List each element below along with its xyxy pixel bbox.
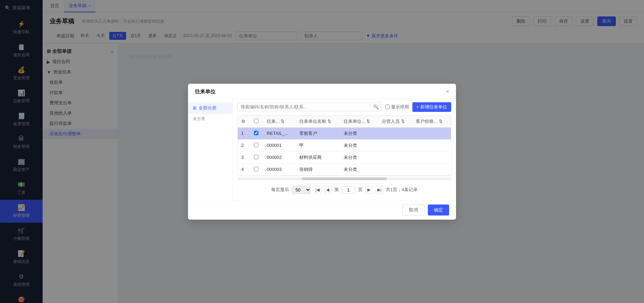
row-category: 未分类 [340, 127, 379, 139]
dialog-header: 往来单位 × [188, 84, 456, 99]
row-name: 材料供应商 [296, 151, 340, 163]
row-price [412, 139, 451, 151]
col-checkbox[interactable] [251, 116, 264, 128]
row-checkbox[interactable] [251, 127, 264, 139]
table-row[interactable]: 4 000003 张销得 未分类 [238, 163, 451, 175]
dialog-title: 往来单位 [195, 89, 215, 95]
row-category: 未分类 [340, 151, 379, 163]
next-page-btn[interactable]: ▶ [365, 186, 373, 194]
row-no: 3 [238, 151, 251, 163]
col-settings[interactable]: ⚙ [238, 116, 251, 128]
dialog-sidebar-all[interactable]: ⊞ 全部分类 [188, 102, 232, 114]
page-size-label: 每页显示 [271, 187, 289, 193]
row-checkbox[interactable] [251, 139, 264, 151]
dialog-table: ⚙ 往来... ⇅ 往来单位名称 ⇅ 往来单位... ⇅ 分管人员 ⇅ 客户价格… [237, 115, 451, 176]
row-manager [378, 127, 412, 139]
row-price [412, 151, 451, 163]
scrollbar-thumb[interactable] [302, 177, 387, 180]
search-icon: 🔍 [373, 104, 379, 109]
dialog-sidebar: ⊞ 全部分类 未分类 [188, 99, 233, 200]
dialog-actions: 取消 确定 [188, 200, 456, 220]
col-name[interactable]: 往来单位名称 ⇅ [296, 116, 340, 128]
page-label-before: 第 [334, 187, 339, 193]
table-row[interactable]: 1 RETAIL_... 零散客户 未分类 [238, 127, 451, 139]
dialog-partner-unit: 往来单位 × ⊞ 全部分类 未分类 🔍 [188, 84, 456, 220]
row-name: 张销得 [296, 163, 340, 175]
category-icon: ⊞ [193, 105, 197, 110]
page-label-after: 页 [358, 187, 363, 193]
select-all-checkbox[interactable] [254, 119, 258, 123]
row-checkbox[interactable] [251, 163, 264, 175]
col-code[interactable]: 往来... ⇅ [263, 116, 296, 128]
table-row[interactable]: 2 000001 甲 未分类 [238, 139, 451, 151]
row-manager [378, 163, 412, 175]
dialog-toolbar: 🔍 显示停用 + 新增往来单位 [237, 102, 451, 112]
row-code: 000003 [263, 163, 296, 175]
row-code: 000002 [263, 151, 296, 163]
row-manager [378, 139, 412, 151]
col-price[interactable]: 客户价格... ⇅ [412, 116, 451, 128]
row-no: 1 [238, 127, 251, 139]
prev-page-btn[interactable]: ◀ [324, 186, 332, 194]
confirm-button[interactable]: 确定 [428, 205, 449, 215]
dialog-search-box[interactable]: 🔍 [237, 103, 382, 111]
row-price [412, 127, 451, 139]
row-no: 2 [238, 139, 251, 151]
add-partner-button[interactable]: + 新增往来单位 [412, 102, 451, 112]
dialog-search-input[interactable] [241, 104, 371, 109]
col-category[interactable]: 往来单位... ⇅ [340, 116, 379, 128]
page-number-input[interactable] [342, 186, 355, 194]
last-page-btn[interactable]: ▶| [376, 186, 383, 194]
dialog-sidebar-unclassified[interactable]: 未分类 [188, 114, 232, 124]
row-category: 未分类 [340, 139, 379, 151]
row-manager [378, 151, 412, 163]
table-row[interactable]: 3 000002 材料供应商 未分类 [238, 151, 451, 163]
row-name: 甲 [296, 139, 340, 151]
dialog-main: 🔍 显示停用 + 新增往来单位 ⚙ 往来... ⇅ [233, 99, 456, 200]
row-category: 未分类 [340, 163, 379, 175]
dialog-body: ⊞ 全部分类 未分类 🔍 显示停用 [188, 99, 456, 200]
page-size-select[interactable]: 50 100 [292, 186, 311, 194]
first-page-btn[interactable]: |◀ [314, 186, 321, 194]
cancel-button[interactable]: 取消 [402, 205, 424, 215]
show-disabled-checkbox[interactable]: 显示停用 [385, 104, 409, 110]
row-checkbox[interactable] [251, 151, 264, 163]
col-manager[interactable]: 分管人员 ⇅ [378, 116, 412, 128]
disabled-checkbox[interactable] [385, 105, 390, 109]
row-code: 000001 [263, 139, 296, 151]
row-code: RETAIL_... [263, 127, 296, 139]
row-name: 零散客户 [296, 127, 340, 139]
modal-overlay: 往来单位 × ⊞ 全部分类 未分类 🔍 [0, 0, 644, 303]
horizontal-scrollbar[interactable] [237, 177, 451, 180]
dialog-pagination: 每页显示 50 100 |◀ ◀ 第 页 ▶ ▶| 共1页，4条记录 [237, 183, 451, 197]
total-info: 共1页，4条记录 [386, 187, 418, 193]
row-price [412, 163, 451, 175]
row-no: 4 [238, 163, 251, 175]
dialog-close-icon[interactable]: × [446, 89, 449, 95]
